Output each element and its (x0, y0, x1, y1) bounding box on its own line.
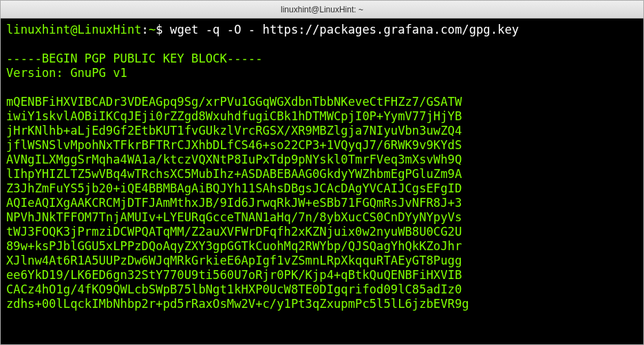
terminal-window: linuxhint@LinuxHint: ~ linuxhint@LinuxHi… (0, 0, 644, 345)
window-titlebar[interactable]: linuxhint@LinuxHint: ~ (1, 1, 643, 19)
window-title: linuxhint@LinuxHint: ~ (281, 5, 363, 14)
prompt-colon: : (142, 23, 149, 36)
terminal-output: -----BEGIN PGP PUBLIC KEY BLOCK----- Ver… (6, 52, 469, 311)
command-text: wget -q -O - https://packages.grafana.co… (170, 23, 519, 36)
prompt-userhost: linuxhint@LinuxHint (6, 23, 142, 36)
prompt-dollar: $ (155, 23, 170, 36)
prompt-path: ~ (149, 23, 155, 36)
terminal-body[interactable]: linuxhint@LinuxHint:~$ wget -q -O - http… (1, 19, 643, 344)
